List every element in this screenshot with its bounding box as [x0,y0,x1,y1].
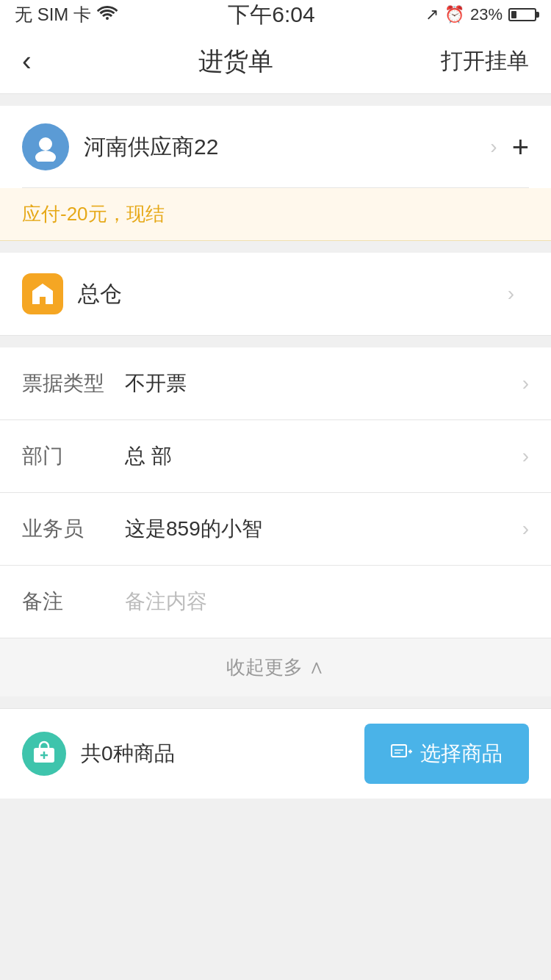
status-bar: 无 SIM 卡 下午6:04 ↗ ⏰ 23% [0,0,551,29]
salesperson-chevron-icon: › [522,517,529,541]
back-button[interactable]: ‹ [22,46,32,77]
warehouse-chevron-icon: › [508,282,514,306]
warehouse-section: 总仓 › [0,253,551,336]
product-icon [22,732,66,776]
battery-icon [508,8,536,21]
separator-4 [0,696,551,708]
svg-point-0 [39,137,52,151]
supplier-section: 河南供应商22 › + 应付-20元，现结 [0,106,551,241]
separator-1 [0,94,551,106]
salesperson-label: 业务员 [22,515,125,543]
bottom-gray-area [0,799,551,980]
status-time: 下午6:04 [228,0,314,30]
warehouse-row[interactable]: 总仓 › [0,253,551,336]
supplier-avatar [22,123,69,170]
alarm-icon: ⏰ [444,5,464,24]
invoice-type-value: 不开票 [125,370,522,397]
department-row[interactable]: 部门 总 部 › [0,420,551,493]
notice-banner: 应付-20元，现结 [0,188,551,241]
invoice-type-row[interactable]: 票据类型 不开票 › [0,347,551,420]
select-product-icon [391,742,413,765]
status-right: ↗ ⏰ 23% [425,5,536,24]
separator-2 [0,241,551,253]
invoice-type-label: 票据类型 [22,370,125,397]
notice-text: 应付-20元，现结 [22,203,165,225]
nav-bar: ‹ 进货单 打开挂单 [0,29,551,94]
separator-3 [0,336,551,347]
select-product-button[interactable]: 选择商品 [364,724,529,784]
supplier-divider [22,187,529,188]
remark-row[interactable]: 备注 备注内容 [0,566,551,638]
wifi-icon [97,4,118,25]
collapse-row[interactable]: 收起更多 ∧ [0,638,551,696]
remark-input[interactable]: 备注内容 [125,588,529,616]
dept-chevron-icon: › [522,444,529,468]
salesperson-row[interactable]: 业务员 这是859的小智 › [0,493,551,566]
salesperson-value: 这是859的小智 [125,515,522,543]
open-pending-button[interactable]: 打开挂单 [441,46,529,76]
svg-point-1 [35,151,56,162]
add-supplier-button[interactable]: + [512,131,529,164]
svg-rect-5 [392,745,406,757]
battery-percent: 23% [470,5,503,24]
carrier-label: 无 SIM 卡 [15,3,91,26]
form-section: 票据类型 不开票 › 部门 总 部 › 业务员 这是859的小智 › 备注 备注… [0,347,551,638]
product-count-label: 共0种商品 [81,740,364,768]
status-left: 无 SIM 卡 [15,3,118,26]
remark-label: 备注 [22,588,125,616]
page-title: 进货单 [198,45,273,79]
warehouse-icon [22,273,63,314]
warehouse-name: 总仓 [78,279,508,309]
collapse-label: 收起更多 ∧ [226,655,324,680]
supplier-name: 河南供应商22 [84,132,490,162]
supplier-chevron-icon: › [490,135,497,159]
department-value: 总 部 [125,442,522,470]
department-label: 部门 [22,442,125,470]
invoice-chevron-icon: › [522,372,529,395]
supplier-row[interactable]: 河南供应商22 › + [0,106,551,188]
product-bar: 共0种商品 选择商品 [0,708,551,799]
select-product-label: 选择商品 [420,740,503,768]
location-icon: ↗ [425,5,439,24]
